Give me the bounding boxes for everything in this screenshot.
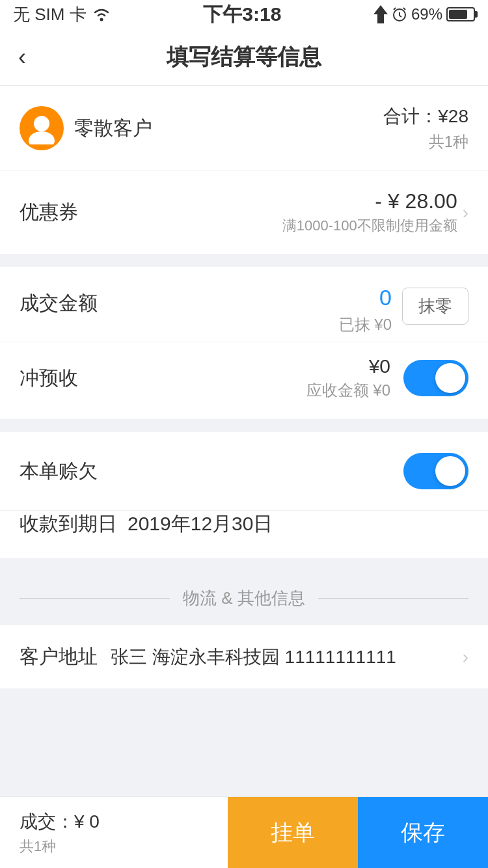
nav-bar: ‹ 填写结算等信息 (0, 29, 488, 86)
duedate-row: 收款到期日 2019年12月30日 (0, 510, 488, 558)
deal-amount-label: 成交金额 (20, 285, 98, 317)
customer-avatar (20, 106, 64, 150)
save-button[interactable]: 保存 (358, 797, 488, 868)
prereceive-label: 冲预收 (20, 365, 78, 392)
logistics-title: 物流 & 其他信息 (183, 587, 305, 610)
debt-toggle-thumb (435, 456, 465, 486)
pending-button[interactable]: 挂单 (228, 797, 358, 868)
svg-point-8 (29, 131, 55, 144)
section-gap-4 (0, 688, 488, 701)
prereceive-row: 冲预收 ¥0 应收金额 ¥0 (0, 342, 488, 419)
carrier-text: 无 SIM 卡 (13, 3, 87, 26)
status-bar: 无 SIM 卡 下午3:18 69% (0, 0, 488, 29)
prereceive-receivable: 应收金额 ¥0 (306, 380, 390, 401)
svg-point-0 (100, 18, 103, 21)
bottom-bar: 成交：¥ 0 共1种 挂单 保存 (0, 796, 488, 868)
duedate-label: 收款到期日 (20, 511, 117, 537)
svg-point-7 (34, 116, 49, 131)
section-gap-1 (0, 254, 488, 267)
deal-right: 0 已抹 ¥0 抹零 (339, 285, 468, 335)
debt-section: 本单赊欠 收款到期日 2019年12月30日 (0, 432, 488, 558)
bottom-actions: 挂单 保存 (228, 797, 488, 868)
debt-row: 本单赊欠 (0, 432, 488, 510)
status-left: 无 SIM 卡 (13, 3, 111, 26)
deal-deducted: 已抹 ¥0 (339, 314, 392, 335)
section-gap-3 (0, 558, 488, 571)
svg-line-5 (394, 8, 396, 10)
location-icon (373, 5, 388, 23)
battery-percent: 69% (411, 5, 442, 23)
svg-marker-1 (373, 5, 388, 23)
debt-toggle[interactable] (403, 453, 468, 489)
coupon-value: - ¥ 28.00 满1000-100不限制使用金额 (282, 189, 457, 236)
logistics-line-right (318, 598, 468, 599)
coupon-row[interactable]: 优惠券 - ¥ 28.00 满1000-100不限制使用金额 › (0, 170, 488, 254)
bottom-count: 共1种 (20, 837, 208, 856)
customer-right: 合计：¥28 共1种 (383, 104, 468, 152)
prereceive-toggle[interactable] (403, 360, 468, 396)
deal-amount-block: 0 已抹 ¥0 (339, 285, 392, 335)
svg-line-4 (400, 16, 401, 17)
battery-icon (446, 7, 475, 21)
address-chevron-icon: › (463, 647, 468, 668)
customer-section: 零散客户 合计：¥28 共1种 优惠券 - ¥ 28.00 满1000-100不… (0, 86, 488, 254)
status-right: 69% (373, 5, 475, 23)
prereceive-amount: ¥0 (306, 355, 390, 377)
chevron-right-icon: › (463, 202, 468, 223)
customer-count: 共1种 (383, 131, 468, 152)
deal-section: 成交金额 0 已抹 ¥0 抹零 冲预收 ¥0 应收金额 ¥0 (0, 267, 488, 419)
prereceive-values: ¥0 应收金额 ¥0 (306, 355, 390, 401)
back-button[interactable]: ‹ (18, 44, 26, 71)
status-time: 下午3:18 (203, 1, 281, 28)
coupon-description: 满1000-100不限制使用金额 (282, 216, 457, 236)
bottom-deal-amount: ¥ 0 (74, 811, 100, 832)
address-section: 客户地址 张三 海淀永丰科技园 11111111111 › (0, 625, 488, 688)
prereceive-right: ¥0 应收金额 ¥0 (306, 355, 468, 401)
coupon-amount: - ¥ 28.00 (282, 189, 457, 213)
wifi-icon (92, 7, 111, 21)
bottom-deal-label: 成交： (20, 811, 74, 832)
section-gap-2 (0, 419, 488, 432)
page-title: 填写结算等信息 (167, 42, 321, 72)
logistics-line-left (20, 598, 170, 599)
address-label: 客户地址 (20, 644, 98, 670)
alarm-icon (392, 7, 407, 22)
deal-amount-row: 成交金额 0 已抹 ¥0 抹零 (0, 267, 488, 342)
svg-line-6 (403, 8, 405, 10)
avatar-icon (25, 112, 58, 144)
coupon-right: - ¥ 28.00 满1000-100不限制使用金额 › (282, 189, 468, 236)
address-value: 张三 海淀永丰科技园 11111111111 (111, 645, 463, 670)
customer-name: 零散客户 (74, 115, 152, 142)
debt-label: 本单赊欠 (20, 458, 98, 485)
logistics-header: 物流 & 其他信息 (0, 571, 488, 625)
customer-row: 零散客户 合计：¥28 共1种 (0, 86, 488, 170)
address-row[interactable]: 客户地址 张三 海淀永丰科技园 11111111111 › (0, 625, 488, 688)
deal-amount-value[interactable]: 0 (339, 285, 392, 310)
customer-left: 零散客户 (20, 106, 152, 150)
duedate-value: 2019年12月30日 (128, 511, 273, 537)
round-zero-button[interactable]: 抹零 (402, 288, 468, 325)
toggle-thumb (435, 363, 465, 393)
content: 零散客户 合计：¥28 共1种 优惠券 - ¥ 28.00 满1000-100不… (0, 86, 488, 780)
customer-total: 合计：¥28 (383, 104, 468, 129)
bottom-deal-text: 成交：¥ 0 (20, 809, 208, 834)
coupon-label: 优惠券 (20, 199, 78, 226)
bottom-info: 成交：¥ 0 共1种 (0, 809, 228, 856)
